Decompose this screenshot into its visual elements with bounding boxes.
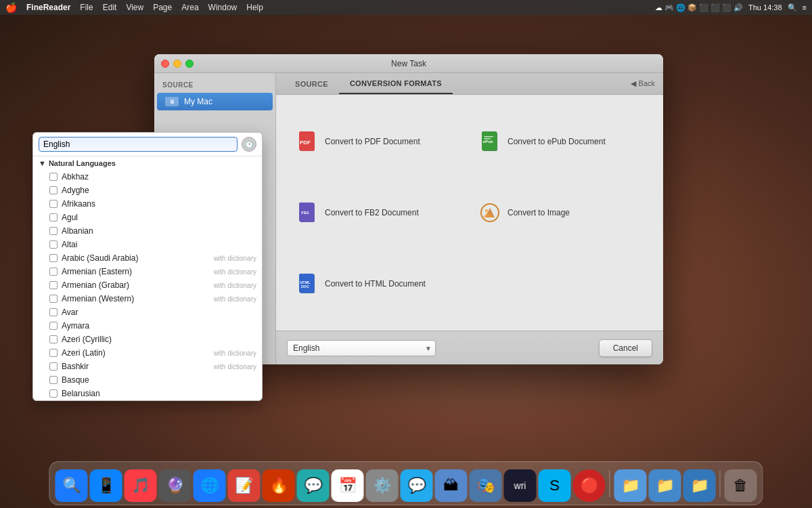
lang-item[interactable]: Agul	[33, 211, 262, 224]
dock-trash[interactable]: 🗑	[725, 469, 757, 502]
lang-checkbox[interactable]	[49, 227, 58, 235]
zoom-button[interactable]	[185, 60, 194, 68]
menubar: 🍎 FineReader File Edit View Page Area Wi…	[0, 0, 812, 15]
tab-source[interactable]: SOURCE	[284, 73, 339, 94]
dock-folder1[interactable]: 📁	[614, 469, 647, 502]
dock-todoist[interactable]: 📝	[228, 469, 261, 502]
minimize-button[interactable]	[173, 60, 181, 68]
convert-to-image[interactable]: Convert to Image	[470, 177, 652, 248]
dock-red-app[interactable]: 🔴	[573, 469, 606, 502]
lang-checkbox[interactable]	[49, 362, 58, 371]
convert-pdf-label: Convert to PDF Document	[325, 137, 420, 146]
lang-item[interactable]: Arabic (Saudi Arabia)with dictionary	[33, 251, 262, 265]
dock-appstore[interactable]: 📱	[90, 469, 122, 502]
language-search-bar: 🕐	[33, 133, 262, 156]
menu-help[interactable]: Help	[246, 3, 263, 12]
lang-item[interactable]: Armenian (Western)with dictionary	[33, 292, 262, 305]
language-search-input[interactable]	[39, 137, 238, 152]
sidebar-header: SOURCE	[154, 79, 275, 93]
lang-checkbox[interactable]	[49, 281, 58, 289]
window-title: New Task	[391, 59, 426, 68]
dock-landscape[interactable]: 🏔	[435, 469, 468, 502]
lang-item[interactable]: Bashkirwith dictionary	[33, 360, 262, 373]
lang-checkbox[interactable]	[49, 376, 58, 384]
dock-vk[interactable]: 🎭	[470, 469, 502, 502]
language-select-wrapper: English Russian German French ▼	[287, 340, 436, 356]
lang-item[interactable]: Belarusian	[33, 387, 262, 400]
app-name[interactable]: FineReader	[26, 3, 70, 12]
apple-menu[interactable]: 🍎	[5, 2, 17, 13]
sidebar-item-mymac[interactable]: 🖥 My Mac	[157, 93, 273, 110]
lang-checkbox[interactable]	[49, 349, 58, 357]
convert-to-epub[interactable]: ePub Convert to ePub Document	[470, 106, 652, 177]
convert-image-label: Convert to Image	[508, 208, 570, 217]
dock-orb[interactable]: 🔮	[159, 469, 191, 502]
back-button[interactable]: ◀ Back	[631, 79, 655, 88]
image-icon	[479, 202, 501, 224]
lang-checkbox[interactable]	[49, 308, 58, 316]
lang-item[interactable]: Armenian (Eastern)with dictionary	[33, 265, 262, 278]
lang-item[interactable]: Avar	[33, 305, 262, 319]
convert-to-pdf[interactable]: PDF Convert to PDF Document	[287, 106, 470, 177]
lang-checkbox[interactable]	[49, 200, 58, 208]
sidebar-item-mymac-label: My Mac	[184, 97, 212, 106]
lang-item[interactable]: Armenian (Grabar)with dictionary	[33, 278, 262, 292]
lang-checkbox[interactable]	[49, 389, 58, 398]
language-recent-button[interactable]: 🕐	[242, 137, 256, 152]
close-button[interactable]	[161, 60, 169, 68]
lang-checkbox[interactable]	[49, 173, 58, 181]
lang-item[interactable]: Aymara	[33, 319, 262, 333]
convert-to-html[interactable]: HTML DOC Convert to HTML Document	[287, 249, 470, 320]
dock-settings[interactable]: ⚙️	[366, 469, 399, 502]
lang-checkbox[interactable]	[49, 254, 58, 262]
convert-fb2-label: Convert to FB2 Document	[325, 208, 419, 217]
dock-folder2[interactable]: 📁	[649, 469, 681, 502]
menu-window[interactable]: Window	[208, 3, 238, 12]
language-select[interactable]: English Russian German French	[287, 340, 436, 356]
lang-checkbox[interactable]	[49, 268, 58, 276]
lang-item-label: Belarusian	[62, 389, 100, 398]
lang-checkbox[interactable]	[49, 240, 58, 249]
convert-to-fb2[interactable]: FB2 Convert to FB2 Document	[287, 177, 470, 248]
dock-music[interactable]: 🎵	[125, 469, 157, 502]
convert-epub-label: Convert to ePub Document	[508, 137, 606, 146]
svg-rect-6	[484, 136, 493, 137]
menu-edit[interactable]: Edit	[103, 3, 117, 12]
lang-item[interactable]: Azeri (Cyrillic)	[33, 333, 262, 346]
lang-dict-label: with dictionary	[214, 255, 256, 262]
menu-view[interactable]: View	[126, 3, 143, 12]
menu-area[interactable]: Area	[181, 3, 198, 12]
menubar-search[interactable]: 🔍	[788, 3, 797, 12]
tab-conversion-formats[interactable]: CONVERSION FORMATS	[339, 73, 453, 94]
lang-checkbox[interactable]	[49, 186, 58, 194]
lang-item[interactable]: Afrikaans	[33, 197, 262, 211]
lang-checkbox[interactable]	[49, 213, 58, 221]
menubar-list[interactable]: ≡	[803, 3, 807, 12]
lang-item[interactable]: Azeri (Latin)with dictionary	[33, 346, 262, 360]
lang-item[interactable]: Abkhaz	[33, 170, 262, 184]
dock-app5[interactable]: 🔥	[263, 469, 295, 502]
lang-checkbox[interactable]	[49, 295, 58, 303]
lang-item-label: Agul	[62, 213, 78, 222]
dock-browser[interactable]: 🌐	[194, 469, 226, 502]
lang-item[interactable]: Basque	[33, 373, 262, 387]
menu-page[interactable]: Page	[153, 3, 172, 12]
dock-skype[interactable]: S	[539, 469, 571, 502]
lang-item[interactable]: Albanian	[33, 224, 262, 238]
svg-point-13	[485, 209, 488, 212]
lang-dict-label: with dictionary	[214, 363, 256, 371]
lang-item[interactable]: Altai	[33, 238, 262, 251]
menubar-icons: ☁ 🎮 🌐 📦 ⬛ ⬛ ⬛ 🔊	[655, 3, 743, 12]
menu-file[interactable]: File	[80, 3, 93, 12]
dock-writer[interactable]: wri	[504, 469, 537, 502]
language-group-natural[interactable]: ▼ Natural Languages	[33, 156, 262, 170]
dock-finder[interactable]: 🔍	[55, 469, 88, 502]
dock-folder3[interactable]: 📁	[683, 469, 716, 502]
dock-messages[interactable]: 💬	[297, 469, 330, 502]
cancel-button[interactable]: Cancel	[599, 339, 652, 357]
dock-chat[interactable]: 💬	[401, 469, 433, 502]
dock-calendar[interactable]: 📅	[332, 469, 364, 502]
lang-checkbox[interactable]	[49, 322, 58, 330]
lang-item[interactable]: Adyghe	[33, 184, 262, 197]
lang-checkbox[interactable]	[49, 335, 58, 343]
